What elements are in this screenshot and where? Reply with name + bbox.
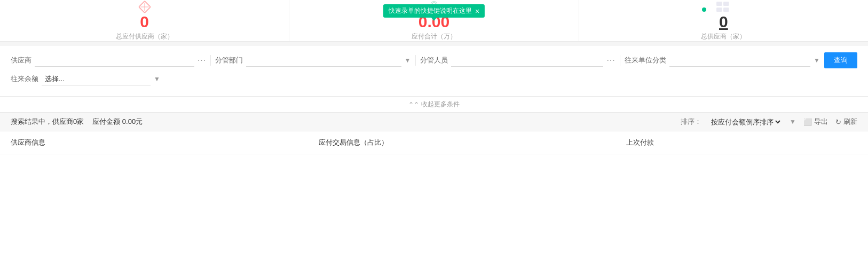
col-header-transaction: 应付交易信息（占比） — [319, 138, 627, 147]
result-bar: 搜索结果中，供应商0家 应付金额 0.00元 排序： 按应付会额倒序排序 ▼ ⬜… — [0, 112, 868, 131]
result-amount-text: 应付金额 0.00元 — [92, 117, 143, 127]
export-label: 导出 — [814, 117, 828, 127]
table-body — [0, 154, 868, 275]
filter-supplier-label: 供应商 — [11, 56, 31, 65]
tooltip-badge: 快速录单的快捷键说明在这里 × — [383, 4, 485, 18]
refresh-icon: ↻ — [835, 118, 841, 126]
filter-balance-label: 往来余额 — [11, 74, 38, 84]
result-actions: 排序： 按应付会额倒序排序 ▼ ⬜ 导出 ↻ 刷新 — [681, 117, 857, 127]
stat-total-suppliers: 0 总供应商（家） — [579, 0, 868, 41]
balance-select[interactable]: 选择... — [42, 73, 151, 85]
unit-category-input[interactable] — [669, 54, 810, 67]
tooltip-close-icon[interactable]: × — [475, 7, 479, 15]
supplier-dots-icon[interactable]: ··· — [198, 56, 206, 65]
department-input[interactable] — [246, 54, 401, 67]
manager-dots-icon[interactable]: ··· — [606, 56, 615, 65]
stat-number-payable-suppliers: 0 — [140, 14, 149, 30]
supplier-input[interactable] — [35, 54, 194, 67]
divider-2 — [415, 55, 416, 66]
svg-rect-12 — [723, 2, 729, 6]
top-stats-bar: 0 总应付供应商（家） 快速录单的快捷键说明在这里 × 0.00 应付合计（万） — [0, 0, 868, 42]
query-button[interactable]: 查询 — [824, 52, 857, 68]
table-header: 供应商信息 应付交易信息（占比） 上次付款 — [0, 131, 868, 154]
collapse-up-icon: ⌃⌃ — [408, 101, 419, 108]
stat-payable-total: 快速录单的快捷键说明在这里 × 0.00 应付合计（万） — [289, 0, 579, 41]
grid-icon — [710, 0, 737, 14]
filter-manager-label: 分管人员 — [420, 56, 448, 65]
divider-1 — [210, 55, 211, 66]
sort-label: 排序： — [681, 117, 701, 127]
filter-department: 分管部门 ▼ — [215, 54, 411, 67]
filter-balance: 往来余额 选择... ▼ — [11, 73, 160, 85]
svg-rect-13 — [716, 7, 722, 12]
filter-manager: 分管人员 ··· — [420, 54, 616, 67]
unit-category-chevron-icon[interactable]: ▼ — [814, 57, 820, 64]
filter-row-1: 供应商 ··· 分管部门 ▼ 分管人员 ··· 往来单位分类 ▼ 查询 — [11, 52, 857, 68]
stat-label-payable-suppliers: 总应付供应商（家） — [116, 32, 173, 41]
result-info-text: 搜索结果中，供应商0家 — [11, 117, 84, 127]
stat-number-total-suppliers: 0 — [719, 14, 728, 30]
refresh-label: 刷新 — [843, 117, 857, 127]
export-icon: ⬜ — [803, 118, 812, 126]
filter-unit-category-label: 往来单位分类 — [625, 56, 666, 65]
svg-rect-11 — [716, 2, 722, 6]
balance-chevron-icon[interactable]: ▼ — [154, 75, 160, 83]
sort-chevron-icon[interactable]: ▼ — [790, 118, 796, 125]
collapse-label: 收起更多条件 — [421, 100, 460, 109]
tooltip-text: 快速录单的快捷键说明在这里 — [389, 6, 472, 15]
divider-3 — [620, 55, 620, 66]
diamond-icon — [134, 0, 155, 14]
col-header-lastpay: 上次付款 — [626, 138, 857, 147]
collapse-button[interactable]: ⌃⌃ 收起更多条件 — [408, 100, 460, 109]
department-chevron-icon[interactable]: ▼ — [405, 57, 411, 64]
filter-row-2: 往来余额 选择... ▼ — [11, 73, 857, 85]
svg-point-6 — [435, 3, 436, 3]
filter-unit-category: 往来单位分类 ▼ — [625, 54, 820, 67]
manager-input[interactable] — [451, 54, 604, 67]
stat-label-total-suppliers: 总供应商（家） — [701, 32, 746, 41]
tooltip-dot — [702, 7, 706, 12]
filter-supplier: 供应商 ··· — [11, 54, 206, 67]
stat-total-payable-suppliers: 0 总应付供应商（家） — [0, 0, 289, 41]
export-button[interactable]: ⬜ 导出 — [803, 117, 828, 127]
svg-rect-14 — [723, 7, 729, 12]
collapse-bar: ⌃⌃ 收起更多条件 — [0, 97, 868, 112]
filter-department-label: 分管部门 — [215, 56, 243, 65]
filter-area: 供应商 ··· 分管部门 ▼ 分管人员 ··· 往来单位分类 ▼ 查询 往来余额 — [0, 46, 868, 97]
sort-select[interactable]: 按应付会额倒序排序 — [709, 117, 782, 127]
stat-label-payable-total: 应付合计（万） — [412, 32, 456, 41]
svg-point-5 — [433, 2, 435, 3]
refresh-button[interactable]: ↻ 刷新 — [835, 117, 857, 127]
col-header-supplier: 供应商信息 — [11, 138, 319, 147]
svg-point-10 — [432, 3, 433, 4]
